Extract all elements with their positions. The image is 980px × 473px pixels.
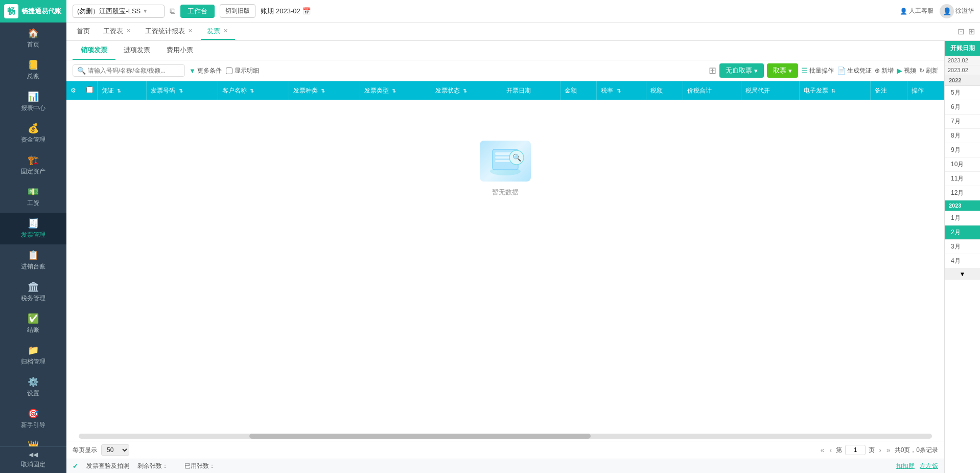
tab-salary-report[interactable]: 工资统计报表 ✕ [139,24,200,40]
next-page-button[interactable]: › [878,445,882,455]
period-month-2023-3[interactable]: 3月 [945,240,980,254]
avatar: 👤 [940,4,954,18]
period-month-2023-4[interactable]: 4月 [945,254,980,268]
page-size-select[interactable]: 50 10 20 100 [101,444,129,456]
sidebar-item-report[interactable]: 📊 报表中心 [0,86,66,118]
report-icon: 📊 [28,91,39,102]
period-month-2022-8[interactable]: 8月 [945,129,980,143]
sidebar-item-tax[interactable]: 🏛️ 税务管理 [0,276,66,308]
select-all-checkbox[interactable] [86,86,93,93]
col-voucher[interactable]: 凭证 ⇅ [97,81,147,100]
last-page-button[interactable]: » [885,445,892,455]
more-filter-button[interactable]: ▼ 更多条件 [189,66,222,75]
sidebar-item-vip[interactable]: 👑 畅会员 [0,435,66,446]
tab-restore-icon[interactable]: ⊡ [956,26,965,37]
collapse-label: 取消固定 [21,460,45,469]
tab-maximize-icon[interactable]: ⊞ [967,26,976,37]
sidebar-item-invoice[interactable]: 🧾 发票管理 [0,213,66,244]
main-content: 销项发票 进项发票 费用小票 🔍 ▼ 更多条件 [66,41,944,473]
first-page-button[interactable]: « [820,445,826,455]
period-month-2023-2[interactable]: 2月 [945,226,980,240]
show-detail-checkbox-label[interactable]: 显示明细 [226,66,259,75]
tab-salary-report-close[interactable]: ✕ [187,27,194,35]
period-month-2022-7[interactable]: 7月 [945,115,980,129]
sub-tab-sales[interactable]: 销项发票 [73,41,115,60]
join-community-link[interactable]: 扣扣群 [896,462,915,469]
period-month-2023-1[interactable]: 1月 [945,211,980,226]
no-deduction-button[interactable]: 无血取票 ▾ [719,63,764,78]
take-ticket-button[interactable]: 取票 ▾ [767,63,798,78]
tab-invoice-close[interactable]: ✕ [222,27,229,35]
sidebar-item-finance[interactable]: 💰 资金管理 [0,118,66,149]
period-month-2022-10[interactable]: 10月 [945,157,980,172]
col-customer[interactable]: 客户名称 ⇅ [218,81,289,100]
new-button[interactable]: ⊕ 新增 [875,66,894,75]
svg-rect-3 [495,156,510,159]
video-button[interactable]: ▶ 视频 [897,66,916,75]
customer-service[interactable]: 👤 人工客服 [900,7,934,15]
scrollbar-thumb[interactable] [249,434,591,439]
period-display: 账期 2023-02 📅 [261,7,311,16]
col-total[interactable]: 价税合计 [683,81,741,100]
col-remark[interactable]: 备注 [871,81,907,100]
tab-salary-close[interactable]: ✕ [125,27,132,35]
prev-page-button[interactable]: ‹ [829,445,833,455]
col-amount[interactable]: 金额 [560,81,597,100]
refresh-button[interactable]: ↻ 刷新 [919,66,938,75]
sidebar-item-settings[interactable]: ⚙️ 设置 [0,371,66,403]
copy-icon[interactable]: ⧉ [170,7,175,16]
open-period-button[interactable]: 开账日期 [945,41,980,56]
col-invoice-type[interactable]: 发票种类 ⇅ [289,81,360,100]
period-month-2022-11[interactable]: 11月 [945,172,980,186]
col-invoice-status[interactable]: 发票状态 ⇅ [431,81,502,100]
period-bottom-arrow[interactable]: ▼ [945,268,980,280]
sidebar-item-assets[interactable]: 🏗️ 固定资产 [0,149,66,181]
sidebar-item-label: 总账 [27,72,39,81]
search-input[interactable] [88,67,180,74]
help-link[interactable]: 左左饭 [920,462,938,469]
tax-rate-sort-icon: ⇅ [617,88,621,94]
sidebar-item-trade[interactable]: 📋 进销台账 [0,244,66,276]
company-name: (勿删）江西股宝-LSS [77,7,141,16]
col-customer-label: 客户名称 [222,87,247,94]
tab-home[interactable]: 首页 [71,24,96,40]
switch-old-button[interactable]: 切到旧版 [220,4,255,18]
tab-salary[interactable]: 工资表 ✕ [97,24,138,40]
generate-voucher-button[interactable]: 📄 生成凭证 [837,66,872,75]
sidebar-item-guide[interactable]: 🎯 新手引导 [0,403,66,435]
user-avatar-area[interactable]: 👤 徐溢华 [940,4,974,18]
batch-op-button[interactable]: ☰ 批量操作 [801,66,834,75]
period-calendar-icon[interactable]: 📅 [302,7,311,15]
workbench-button[interactable]: 工作台 [180,5,215,18]
username: 徐溢华 [955,7,974,15]
sidebar-item-home[interactable]: 🏠 首页 [0,22,66,54]
col-tax-amount[interactable]: 税额 [646,81,683,100]
show-detail-label: 显示明细 [235,66,259,75]
sidebar-item-salary[interactable]: 💵 工资 [0,181,66,213]
col-checkbox[interactable] [82,81,97,100]
grid-view-icon[interactable]: ⊞ [709,65,716,76]
col-tax-bureau[interactable]: 税局代开 [741,81,800,100]
sub-tab-expense[interactable]: 费用小票 [158,41,201,60]
company-selector[interactable]: (勿删）江西股宝-LSS ▼ [73,5,165,18]
tab-invoice[interactable]: 发票 ✕ [201,24,235,40]
footer-links: 扣扣群 左左饭 [896,462,938,470]
sub-tab-purchase[interactable]: 进项发票 [115,41,158,60]
col-tax-rate[interactable]: 税率 ⇅ [597,81,646,100]
period-month-2022-12[interactable]: 12月 [945,186,980,200]
col-settings[interactable]: ⚙ [66,81,82,100]
sidebar-item-close[interactable]: ✅ 结账 [0,308,66,340]
col-invoice-no[interactable]: 发票号码 ⇅ [147,81,218,100]
sidebar-item-archive[interactable]: 📁 归档管理 [0,340,66,371]
col-electronic[interactable]: 电子发票 ⇅ [800,81,871,100]
show-detail-checkbox[interactable] [226,67,232,74]
page-input[interactable] [845,445,866,455]
period-month-2022-9[interactable]: 9月 [945,143,980,157]
period-month-2022-5[interactable]: 5月 [945,86,980,100]
sidebar-collapse-btn[interactable]: ◀◀ 取消固定 [0,446,66,473]
col-invoice-category[interactable]: 发票类型 ⇅ [360,81,431,100]
period-month-2022-6[interactable]: 6月 [945,100,980,115]
col-date[interactable]: 开票日期 [502,81,560,100]
sidebar-item-ledger[interactable]: 📒 总账 [0,54,66,86]
horizontal-scrollbar[interactable] [79,434,932,439]
